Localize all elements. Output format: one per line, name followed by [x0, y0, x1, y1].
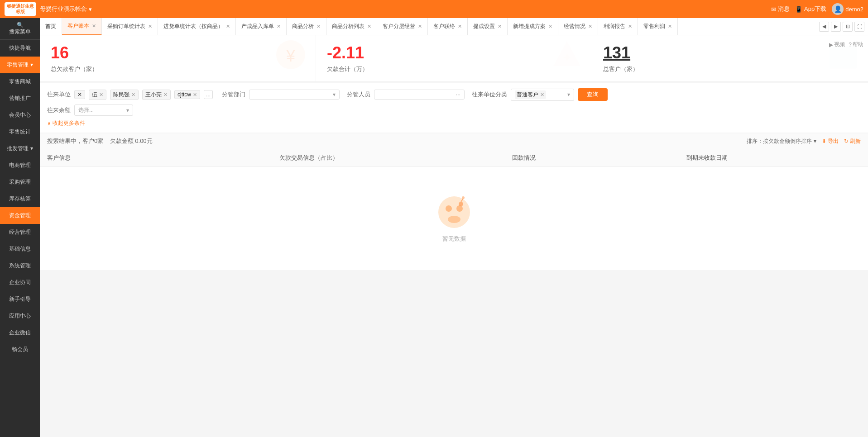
sidebar-item-member[interactable]: 会员中心 [0, 107, 40, 124]
sidebar-item-label: 快捷导航 [3, 44, 37, 52]
filter-dept-select[interactable]: ▾ [249, 90, 340, 100]
tab-cost-inbound[interactable]: 产成品入库单 ✕ [236, 18, 287, 35]
tab-close-icon[interactable]: ✕ [418, 24, 422, 29]
tab-close-icon[interactable]: ✕ [226, 24, 230, 29]
tag-close-icon[interactable]: ✕ [99, 92, 103, 98]
tab-product-analysis-list[interactable]: 商品分析列表 ✕ [326, 18, 377, 35]
filter-unit-label: 往来单位 [47, 90, 71, 99]
tab-close-icon[interactable]: ✕ [367, 24, 371, 29]
sidebar-item-retail[interactable]: 零售管理 ▾ [0, 57, 40, 73]
sidebar-item-operations[interactable]: 经营管理 [0, 224, 40, 241]
tag-close-icon[interactable]: ✕ [193, 92, 197, 98]
svg-rect-5 [834, 51, 839, 57]
help-btn[interactable]: ? 帮助 [849, 41, 863, 48]
tab-close-icon[interactable]: ✕ [317, 24, 321, 29]
tab-new-promotion[interactable]: 新增提成方案 ✕ [508, 18, 558, 35]
tab-close-icon[interactable]: ✕ [498, 24, 502, 29]
tab-customer-contact[interactable]: 客户联络 ✕ [428, 18, 468, 35]
sidebar-item-retailmall[interactable]: 零售商城 [0, 73, 40, 90]
sort-selector[interactable]: 排序：按欠款金额倒序排序 ▾ [747, 138, 816, 145]
table-area: 客户信息 欠款交易信息（占比） 回款情况 到期未收款日期 [40, 149, 868, 270]
tab-label: 产成品入库单 [241, 23, 274, 30]
tab-business-status[interactable]: 经营情况 ✕ [558, 18, 598, 35]
sidebar-item-quicknav[interactable]: 快捷导航 [0, 40, 40, 57]
sidebar-item-ecommerce[interactable]: 电商管理 [0, 157, 40, 174]
tab-close-icon[interactable]: ✕ [628, 24, 632, 29]
tab-close-icon[interactable]: ✕ [277, 24, 281, 29]
sidebar-item-label: 新手引导 [3, 295, 37, 303]
sidebar-item-capital[interactable]: 资金管理 [0, 207, 40, 224]
sidebar-item-appcenter[interactable]: 应用中心 [0, 308, 40, 324]
stat-number: 16 [51, 43, 69, 62]
tab-close-icon[interactable]: ✕ [588, 24, 592, 29]
tab-close-icon[interactable]: ✕ [92, 23, 96, 29]
export-button[interactable]: ⬇ 导出 [822, 138, 839, 145]
tab-close-icon[interactable]: ✕ [548, 24, 552, 29]
sidebar-item-newbie[interactable]: 新手引导 [0, 291, 40, 308]
sidebar-item-vip[interactable]: 畅会员 [0, 341, 40, 358]
sidebar-item-wholesale[interactable]: 批发管理 ▾ [0, 140, 40, 157]
tag-close-icon[interactable]: ✕ [163, 92, 168, 98]
stat-bg-icon: ¥ [275, 39, 307, 78]
chevron-down-icon: ▾ [89, 6, 92, 13]
filter-tag-wang: 王小亮 ✕ [142, 90, 171, 100]
tab-customer-segment[interactable]: 客户分层经营 ✕ [377, 18, 428, 35]
empty-text: 暂无数据 [442, 235, 466, 243]
filter-balance-select[interactable]: 选择... ▾ [74, 104, 133, 116]
sidebar-search[interactable]: 🔍 搜索菜单 [0, 18, 40, 40]
tab-close-icon[interactable]: ✕ [668, 24, 672, 29]
sort-label: 排序：按欠款金额倒序排序 [747, 138, 812, 145]
filter-person-input[interactable]: ··· [374, 90, 465, 100]
filter-more-btn[interactable]: ... [204, 90, 213, 99]
tab-retail-profit[interactable]: 零售利润 ✕ [638, 18, 678, 35]
col-header-customer-info: 客户信息 [47, 154, 279, 162]
query-button[interactable]: 查询 [578, 88, 608, 101]
sidebar-item-basicinfo[interactable]: 基础信息 [0, 241, 40, 257]
tag-close-icon[interactable]: ✕ [540, 92, 544, 98]
tab-purchase-stat-product[interactable]: 进货单统计表（按商品） ✕ [158, 18, 236, 35]
table-header: 客户信息 欠款交易信息（占比） 回款情况 到期未收款日期 [40, 149, 868, 167]
main-content: ¥ 16 总欠款客户（家） ✦ -2.11 欠款合计（万） [40, 35, 868, 437]
message-btn[interactable]: ✉ 消息 [771, 5, 790, 13]
sidebar-item-inventory[interactable]: 库存核算 [0, 190, 40, 207]
collapse-filter-btn[interactable]: ∧ 收起更多条件 [47, 119, 861, 127]
tab-product-analysis[interactable]: 商品分析 ✕ [287, 18, 326, 35]
tab-close-icon[interactable]: ✕ [148, 24, 152, 29]
tab-fullscreen-btn[interactable]: ⛶ [854, 22, 864, 32]
sidebar-item-enterprise[interactable]: 企业协同 [0, 274, 40, 291]
tab-home[interactable]: 首页 [40, 18, 62, 35]
sidebar-item-sysmgmt[interactable]: 系统管理 [0, 257, 40, 274]
tab-prev-btn[interactable]: ◀ [819, 22, 829, 32]
sidebar-item-marketing[interactable]: 营销推广 [0, 90, 40, 107]
tab-close-icon[interactable]: ✕ [458, 24, 462, 29]
filter-category-select[interactable]: 普通客户 ✕ ▾ [511, 89, 574, 101]
video-help-btn[interactable]: ▶ 视频 [829, 41, 845, 48]
tab-expand-btn[interactable]: ⊡ [843, 22, 853, 32]
user-profile[interactable]: 👤 demo2 [832, 3, 863, 15]
account-selector[interactable]: 母婴行业演示帐套 ▾ [40, 5, 92, 13]
search-result-info: 搜索结果中，客户0家 欠款金额 0.00元 [47, 137, 153, 145]
refresh-icon: ↻ [844, 138, 849, 144]
tab-customer-account[interactable]: 客户账本 ✕ [62, 18, 102, 35]
sidebar-item-retailstat[interactable]: 零售统计 [0, 124, 40, 140]
svg-point-11 [448, 216, 460, 223]
tab-label: 客户联络 [433, 23, 455, 30]
tab-purchase-order-stat[interactable]: 采购订单统计表 ✕ [102, 18, 158, 35]
sidebar-item-label: 资金管理 [3, 212, 37, 219]
tag-close-icon[interactable]: ✕ [131, 92, 135, 98]
refresh-button[interactable]: ↻ 刷新 [844, 138, 861, 145]
sidebar-item-purchase[interactable]: 采购管理 [0, 174, 40, 190]
app-download-btn[interactable]: 📱 App下载 [795, 5, 826, 13]
stat-number: -2.11 [327, 43, 364, 62]
col-header-overdue-info: 欠款交易信息（占比） [279, 154, 512, 162]
filter-row-2: 往来余额 选择... ▾ [47, 104, 861, 116]
table-empty-state: 暂无数据 [40, 167, 868, 270]
tab-promotion-settings[interactable]: 提成设置 ✕ [468, 18, 508, 35]
stat-help: ▶ 视频 ? 帮助 [829, 41, 863, 48]
tab-next-btn[interactable]: ▶ [831, 22, 841, 32]
tab-profit-report[interactable]: 利润报告 ✕ [598, 18, 638, 35]
chevron-up-icon: ∧ [47, 120, 51, 127]
stat-label: 欠款合计（万） [327, 65, 368, 73]
tab-label: 经营情况 [564, 23, 585, 30]
sidebar-item-corpwechat[interactable]: 企业微信 [0, 324, 40, 341]
